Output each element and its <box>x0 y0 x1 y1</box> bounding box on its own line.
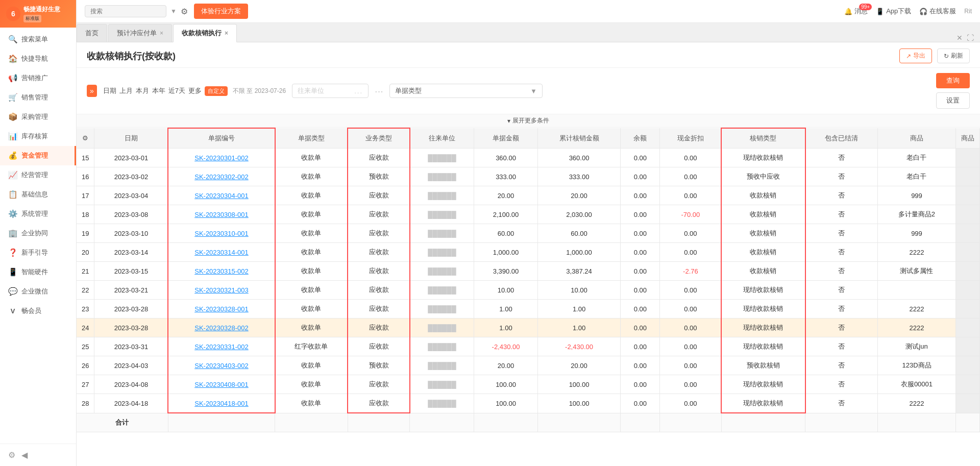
sidebar-item-guide[interactable]: ❓ 新手引导 <box>0 243 76 262</box>
row-bill-no[interactable]: SK-20230314-001 <box>168 243 275 262</box>
date-this-year[interactable]: 本年 <box>152 86 165 95</box>
col-gear-header[interactable]: ⚙ <box>77 128 94 149</box>
row-write-off-type: 预收中应收 <box>721 167 805 186</box>
setting-button[interactable]: 设置 <box>936 92 970 109</box>
settings-bottom-icon[interactable]: ⚙ <box>8 450 15 460</box>
row-bill-no-link[interactable]: SK-20230328-002 <box>194 324 249 332</box>
sidebar-item-enterprise[interactable]: 🏢 企业协同 <box>0 224 76 243</box>
row-unit: ██████ <box>410 300 474 318</box>
sidebar-item-purchase[interactable]: 📦 采购管理 <box>0 107 76 127</box>
tab-home[interactable]: 首页 <box>77 24 107 42</box>
filter-expand-row: ▾ 展开更多条件 <box>77 114 980 128</box>
sidebar-item-member[interactable]: V 畅会员 <box>0 301 76 321</box>
table-row: 242023-03-28SK-20230328-002收款单应收款██████1… <box>77 318 980 337</box>
sidebar-item-system[interactable]: ⚙️ 系统管理 <box>0 204 76 224</box>
row-bill-no-link[interactable]: SK-20230418-001 <box>194 400 249 407</box>
sidebar-item-search[interactable]: 🔍 搜索菜单 <box>0 30 76 49</box>
row-bill-no[interactable]: SK-20230408-001 <box>168 375 275 394</box>
row-product1: 衣服00001 <box>877 375 955 394</box>
page-title: 收款核销执行(按收款) <box>87 50 176 62</box>
row-balance: 0.00 <box>621 394 660 413</box>
row-bill-no[interactable]: SK-20230328-002 <box>168 318 275 337</box>
filter-expand-button[interactable]: » <box>87 85 97 97</box>
tab-close-all-icon[interactable]: ✕ <box>957 34 963 42</box>
row-bill-no-link[interactable]: SK-20230408-001 <box>194 381 249 388</box>
message-badge[interactable]: 🔔 消息 99+ <box>844 7 868 16</box>
row-bill-no[interactable]: SK-20230310-001 <box>168 224 275 243</box>
row-bill-no-link[interactable]: SK-20230331-002 <box>194 343 249 351</box>
sidebar-item-hardware[interactable]: 📱 智能硬件 <box>0 262 76 282</box>
type-filter[interactable]: 单据类型 ▼ <box>389 84 543 98</box>
tab-receivable-close-icon[interactable]: × <box>225 30 228 37</box>
row-product1: 测试jun <box>877 337 955 356</box>
industry-solution-button[interactable]: 体验行业方案 <box>194 4 248 19</box>
settings-gear-icon[interactable]: ⚙ <box>181 7 188 16</box>
col-write-off-type-header: 核销类型 <box>721 128 805 149</box>
date-last-month[interactable]: 上月 <box>119 86 133 95</box>
date-custom-btn[interactable]: 自定义 <box>205 86 228 96</box>
finance-icon: 💰 <box>8 151 17 160</box>
row-bill-type: 收款单 <box>275 224 348 243</box>
row-product1: 2222 <box>877 394 955 413</box>
sidebar-item-marketing[interactable]: 📢 营销推广 <box>0 68 76 88</box>
row-bill-no-link[interactable]: SK-20230304-001 <box>194 192 249 200</box>
sidebar-item-sales[interactable]: 🛒 销售管理 <box>0 88 76 107</box>
row-product2 <box>956 205 980 224</box>
row-bill-no-link[interactable]: SK-20230301-002 <box>194 154 249 162</box>
row-bill-no-link[interactable]: SK-20230308-001 <box>194 211 249 218</box>
row-bill-no[interactable]: SK-20230315-002 <box>168 262 275 281</box>
refresh-button[interactable]: ↻ 刷新 <box>937 48 970 63</box>
online-service[interactable]: 🎧 在线客服 <box>919 7 956 16</box>
tab-receivable[interactable]: 收款核销执行 × <box>173 24 237 42</box>
app-download[interactable]: 📱 App下载 <box>876 7 911 16</box>
unit-filter[interactable]: 往来单位 ... <box>292 84 369 98</box>
table-row: 162023-03-02SK-20230302-002收款单预收款██████3… <box>77 167 980 186</box>
col-date-header: 日期 <box>94 128 168 149</box>
row-bill-no[interactable]: SK-20230308-001 <box>168 205 275 224</box>
sidebar-item-finance[interactable]: 💰 资金管理 <box>0 146 76 165</box>
row-number: 22 <box>77 281 94 300</box>
row-bill-no[interactable]: SK-20230321-003 <box>168 281 275 300</box>
row-cumulative: 2,030.00 <box>537 205 620 224</box>
row-biz-type: 应收款 <box>348 149 409 167</box>
row-bill-no[interactable]: SK-20230403-002 <box>168 356 275 375</box>
date-more[interactable]: 更多 <box>188 86 202 95</box>
collapse-icon[interactable]: ◀ <box>21 450 28 460</box>
row-bill-no-link[interactable]: SK-20230315-002 <box>194 267 249 275</box>
sidebar-item-label: 快捷导航 <box>21 54 48 63</box>
row-bill-no[interactable]: SK-20230302-002 <box>168 167 275 186</box>
row-bill-no[interactable]: SK-20230418-001 <box>168 394 275 413</box>
tab-maximize-icon[interactable]: ⛶ <box>967 34 974 42</box>
row-bill-type: 收款单 <box>275 186 348 205</box>
logo-icon: 6 <box>6 7 20 21</box>
row-bill-no-link[interactable]: SK-20230302-002 <box>194 173 249 181</box>
row-bill-no-link[interactable]: SK-20230314-001 <box>194 249 249 256</box>
tab-payable[interactable]: 预计冲应付单 × <box>108 24 172 42</box>
column-settings-icon[interactable]: ⚙ <box>82 134 88 142</box>
expand-more-button[interactable]: ▾ 展开更多条件 <box>507 116 549 125</box>
date-last-7-days[interactable]: 近7天 <box>168 86 185 95</box>
member-icon: V <box>8 307 17 315</box>
sidebar-item-basic[interactable]: 📋 基础信息 <box>0 185 76 204</box>
sidebar-item-wechat[interactable]: 💬 企业微信 <box>0 282 76 301</box>
row-bill-no-link[interactable]: SK-20230328-001 <box>194 305 249 313</box>
user-name[interactable]: Rit <box>964 8 972 15</box>
query-button[interactable]: 查询 <box>936 73 970 88</box>
row-bill-no[interactable]: SK-20230301-002 <box>168 149 275 167</box>
tab-payable-close-icon[interactable]: × <box>160 30 163 37</box>
dropdown-arrow-icon[interactable]: ▼ <box>170 8 177 15</box>
sidebar-item-shortcuts[interactable]: 🏠 快捷导航 <box>0 49 76 68</box>
row-bill-no-link[interactable]: SK-20230321-003 <box>194 286 249 294</box>
row-bill-no-link[interactable]: SK-20230310-001 <box>194 230 249 237</box>
export-button[interactable]: ↗ 导出 <box>899 48 932 63</box>
topbar-search-input[interactable] <box>85 5 166 17</box>
date-this-month[interactable]: 本月 <box>136 86 149 95</box>
row-bill-no[interactable]: SK-20230304-001 <box>168 186 275 205</box>
sidebar-item-inventory[interactable]: 📊 库存核算 <box>0 127 76 146</box>
sidebar-item-operations[interactable]: 📈 经营管理 <box>0 165 76 185</box>
row-bill-no-link[interactable]: SK-20230403-002 <box>194 362 249 370</box>
row-bill-no[interactable]: SK-20230331-002 <box>168 337 275 356</box>
row-bill-no[interactable]: SK-20230328-001 <box>168 300 275 318</box>
row-balance: 0.00 <box>621 167 660 186</box>
row-product1: 999 <box>877 186 955 205</box>
